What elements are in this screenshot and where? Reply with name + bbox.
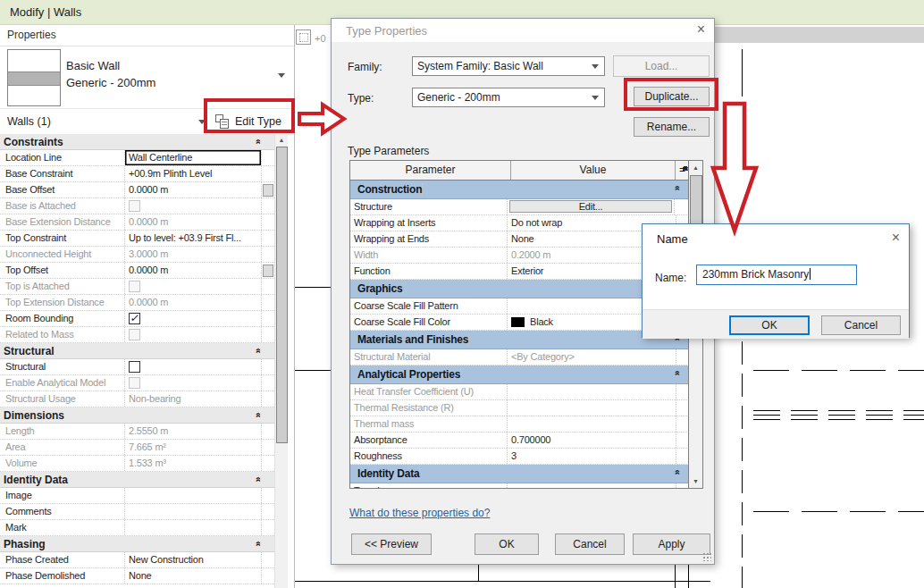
cad-line [753,415,924,416]
parameter-name: Identity Data [354,467,420,480]
property-value[interactable] [125,311,261,326]
collapse-chevron-icon[interactable]: » [252,412,262,417]
property-value[interactable] [125,375,261,391]
value-column-header[interactable]: Value [511,161,676,180]
rename-button[interactable]: Rename... [634,117,710,137]
checkbox[interactable] [129,313,140,324]
checkbox[interactable] [129,361,140,373]
property-value[interactable] [125,504,261,519]
close-icon[interactable]: × [697,21,705,38]
parameter-row[interactable]: Wrapping at Inserts Do not wrap » [350,215,689,231]
property-group-header[interactable]: Phasing » [0,536,274,552]
checkbox[interactable] [129,200,140,212]
checkbox[interactable] [129,377,140,389]
ok-button[interactable]: OK [729,315,810,335]
property-value[interactable]: New Construction [125,552,261,567]
property-value[interactable] [125,327,261,342]
associate-parameter-button[interactable] [263,265,273,277]
parameter-row[interactable]: Identity Data » [350,465,689,483]
ok-button[interactable]: OK [475,533,539,555]
parameter-row[interactable]: Thermal Resistance (R) » [350,400,689,416]
parameter-row[interactable]: Thermal mass » [350,416,689,433]
name-input[interactable]: 230mm Brick Masonry [696,265,857,285]
parameter-row[interactable]: Structural Material <By Category> » [350,349,689,365]
property-value[interactable]: Wall Centerline [125,150,261,165]
parameter-value[interactable]: 3 [508,449,676,464]
collapse-chevron-icon[interactable]: » [673,470,683,475]
property-value[interactable]: Non-bearing [125,391,261,407]
property-value[interactable] [125,488,261,503]
parameter-row[interactable]: Coarse Scale Fill Pattern » [350,298,689,315]
property-value[interactable]: 0.0000 m [125,214,261,230]
parameter-column-header[interactable]: Parameter [350,161,511,180]
property-value[interactable]: 3.0000 m [125,247,261,262]
property-group-header[interactable]: Constraints » [0,134,274,150]
parameter-row[interactable]: Materials and Finishes » [350,331,689,349]
property-group-header[interactable]: Dimensions » [0,407,274,424]
collapse-chevron-icon[interactable]: » [252,541,262,546]
parameter-row[interactable]: Roughness 3 » [350,449,689,465]
associate-parameter-button[interactable] [263,184,273,197]
collapse-chevron-icon[interactable]: » [673,186,683,191]
property-value[interactable]: Up to level: +03.9 First Fl... [125,231,261,246]
collapse-chevron-icon[interactable]: » [252,139,262,144]
property-value[interactable]: +00.9m Plinth Level [125,166,261,181]
scrollbar-thumb[interactable] [276,147,288,443]
parameter-row[interactable]: Coarse Scale Fill Color Black » [350,315,689,331]
parameter-row[interactable]: Function Exterior » [350,264,689,280]
checkbox[interactable] [129,329,140,340]
apply-button[interactable]: Apply [633,533,710,555]
property-label: Phase Demolished [0,568,125,584]
properties-help-link[interactable]: What do these properties do? [349,507,490,519]
parameter-value[interactable]: Edit... [509,200,672,213]
type-selector-dropdown-icon[interactable] [278,73,285,78]
property-value[interactable]: 0.0000 m [125,182,261,197]
parameter-value[interactable] [508,400,676,416]
parameter-row[interactable]: Absorptance 0.700000 » [350,433,689,449]
parameter-row[interactable]: Width 0.2000 m » [350,248,689,264]
parameter-value[interactable] [508,416,676,432]
property-group-header[interactable]: Identity Data » [0,472,274,488]
close-icon[interactable]: × [892,230,900,246]
dialog-title: Type Properties [346,24,427,38]
collapse-chevron-icon[interactable]: » [673,371,683,376]
property-value[interactable]: 0.0000 m [125,295,261,310]
property-value[interactable]: None [125,568,261,584]
preview-button[interactable]: << Preview [351,533,432,555]
property-value[interactable]: 0.0000 m [125,263,261,278]
scroll-down-icon[interactable]: ▼ [689,475,702,488]
collapse-chevron-icon[interactable]: » [252,476,262,482]
parameter-row[interactable]: Type Image » [350,483,689,489]
property-value[interactable] [125,198,261,214]
property-group-header[interactable]: Structural » [0,343,274,359]
property-value[interactable] [125,520,261,535]
load-button[interactable]: Load... [613,55,710,77]
chevron-down-icon [592,96,599,100]
scroll-up-icon[interactable]: ▲ [689,161,702,174]
panel-scrollbar[interactable]: ▲ [274,134,288,588]
type-combobox[interactable]: Generic - 200mm [412,88,605,107]
property-value[interactable] [125,279,261,294]
property-value[interactable]: 7.665 m² [125,440,261,455]
property-value[interactable] [125,359,261,374]
parameter-value[interactable]: 0.700000 [508,433,676,448]
parameter-row[interactable]: Analytical Properties » [350,365,689,384]
parameter-value[interactable]: <By Category> [508,349,676,365]
parameter-row[interactable]: Construction » [350,181,689,199]
cancel-button[interactable]: Cancel [821,315,901,335]
property-value[interactable]: 2.5550 m [125,424,261,439]
dialog-titlebar[interactable]: Type Properties × [332,19,714,42]
collapse-chevron-icon[interactable]: » [252,348,262,353]
parameter-row[interactable]: Structure Edit... » [350,199,689,215]
family-combobox[interactable]: System Family: Basic Wall [412,56,605,76]
property-value[interactable]: 1.533 m³ [125,456,261,471]
cancel-button[interactable]: Cancel [555,533,625,555]
scroll-up-icon[interactable]: ▲ [275,134,288,147]
parameter-value[interactable] [508,483,676,489]
resize-grip[interactable] [702,552,711,561]
parameter-value[interactable] [508,384,676,399]
parameter-row[interactable]: Heat Transfer Coefficient (U) » [350,384,689,400]
checkbox[interactable] [129,281,140,292]
parameter-row[interactable]: Wrapping at Ends None » [350,231,689,248]
parameter-row[interactable]: Graphics » [350,280,689,298]
